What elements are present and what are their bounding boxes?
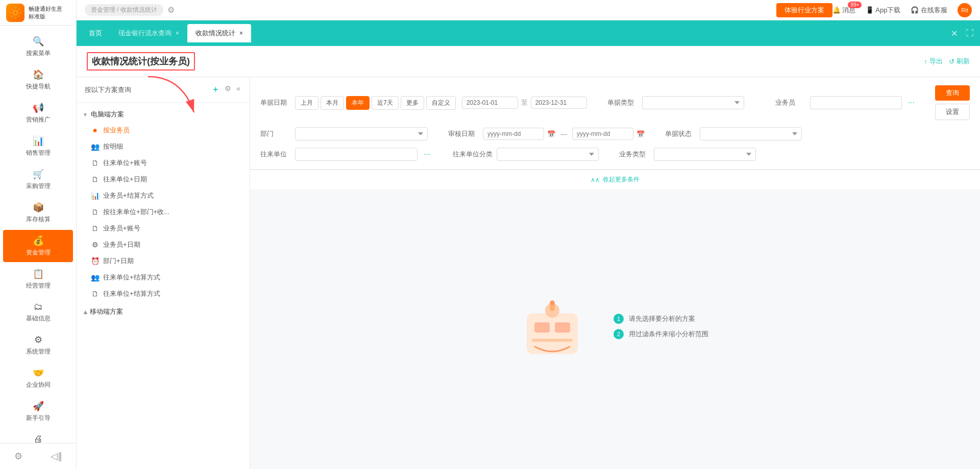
- export-icon: ↑: [924, 58, 928, 65]
- scheme-item-by-detail[interactable]: 👥 按明细: [77, 138, 250, 155]
- tab-bank[interactable]: 现金银行流水查询 ×: [110, 24, 187, 42]
- app-download-link[interactable]: 📱 App下载: [866, 6, 900, 15]
- staff-more-icon[interactable]: ···: [908, 98, 915, 107]
- svg-rect-0: [527, 313, 578, 354]
- basic-icon: 🗂: [34, 301, 43, 312]
- messages-button[interactable]: 🔔 消息 99+: [832, 6, 856, 15]
- query-button[interactable]: 查询: [935, 85, 970, 101]
- mobile-group-header[interactable]: ▶ 移动端方案: [77, 304, 250, 319]
- sidebar-item-guide[interactable]: 🚀 新手引导: [3, 395, 73, 428]
- audit-to-calendar-icon[interactable]: 📅: [636, 130, 645, 138]
- partner-category-select[interactable]: [497, 148, 599, 161]
- tab-home[interactable]: 首页: [81, 24, 110, 42]
- sidebar-item-enterprise[interactable]: 🤝 企业协同: [3, 362, 73, 394]
- empty-bot-icon: [522, 298, 583, 359]
- date-this-month[interactable]: 本月: [321, 96, 344, 110]
- capital-icon: 💰: [33, 235, 44, 246]
- sales-icon: 📊: [33, 135, 44, 147]
- guide-icon: 🚀: [33, 401, 44, 412]
- window-maximize-icon[interactable]: ⛶: [964, 27, 976, 40]
- audit-from-input[interactable]: [483, 128, 544, 140]
- filter-row-1: 单据日期 上月 本月 本年 近7天 更多 自定义 至: [260, 85, 970, 120]
- scheme-item-label: 往来单位+日期: [103, 175, 147, 184]
- partner-settlement2-icon: 🗋: [91, 290, 99, 298]
- group-arrow-icon: ▼: [83, 112, 88, 118]
- voucher-type-select[interactable]: [642, 96, 744, 109]
- sidebar-item-purchase[interactable]: 🛒 采购管理: [3, 163, 73, 196]
- desktop-group-label: 电脑端方案: [91, 110, 124, 119]
- tab-receipt-close[interactable]: ×: [239, 30, 243, 37]
- settings-button[interactable]: 设置: [935, 104, 970, 120]
- date-last-month[interactable]: 上月: [295, 96, 318, 110]
- sidebar-item-ops[interactable]: 📋 经营管理: [3, 263, 73, 295]
- collapse-up-icon: ∧∧: [591, 176, 600, 183]
- date-this-year[interactable]: 本年: [346, 96, 370, 110]
- sidebar-item-sales[interactable]: 📊 销售管理: [3, 130, 73, 162]
- page-gear-icon[interactable]: ⚙: [167, 5, 175, 15]
- tab-bank-close[interactable]: ×: [176, 30, 179, 37]
- mobile-arrow-icon: ▶: [82, 310, 88, 314]
- panel-collapse-icon[interactable]: «: [235, 83, 241, 96]
- sidebar-item-system[interactable]: ⚙ 系统管理: [3, 329, 73, 361]
- sidebar-item-marketing[interactable]: 📢 营销推广: [3, 97, 73, 129]
- window-close-icon[interactable]: ✕: [949, 27, 960, 40]
- page-content: 收款情况统计(按业务员) ↑ 导出 ↺ 刷新 按以下方案查询 ＋: [77, 46, 980, 469]
- add-scheme-button[interactable]: ＋: [210, 83, 220, 96]
- scheme-item-partner-dept[interactable]: 🗋 按往来单位+部门+收...: [77, 204, 250, 220]
- trial-button[interactable]: 体验行业方案: [776, 3, 832, 17]
- collapse-bar[interactable]: ∧∧ 收起更多条件: [250, 170, 980, 189]
- page-title: 收款情况统计(按业务员): [87, 52, 195, 71]
- voucher-status-select[interactable]: [700, 127, 802, 140]
- scheme-item-dept-date[interactable]: ⏰ 部门+日期: [77, 253, 250, 269]
- audit-to-input[interactable]: [572, 128, 633, 140]
- date-7days[interactable]: 近7天: [372, 96, 399, 110]
- scheme-item-label: 业务员+账号: [103, 224, 140, 233]
- settings-bottom-icon[interactable]: ⚙: [11, 448, 26, 465]
- system-icon: ⚙: [34, 334, 42, 345]
- scheme-item-partner-date[interactable]: 🗋 往来单位+日期: [77, 171, 250, 187]
- sidebar-item-label: 销售管理: [26, 149, 51, 157]
- scheme-settings-icon[interactable]: ⚙: [224, 83, 232, 96]
- scheme-item-by-staff[interactable]: ● 按业务员: [77, 122, 250, 138]
- sidebar-item-quicknav[interactable]: 🏠 快捷导航: [3, 64, 73, 96]
- collapse-sidebar-icon[interactable]: ◁‖: [47, 448, 65, 465]
- tab-bar-right: ✕ ⛶: [949, 27, 976, 40]
- sidebar-item-inventory[interactable]: 📦 库存核算: [3, 197, 73, 229]
- tab-receipt[interactable]: 收款情况统计 ×: [187, 24, 251, 42]
- dept-select[interactable]: [295, 127, 428, 140]
- scheme-item-staff-settlement[interactable]: 📊 业务员+结算方式: [77, 187, 250, 204]
- user-avatar[interactable]: Rit: [958, 3, 972, 17]
- partner-more-icon[interactable]: ···: [424, 150, 430, 159]
- date-to-input[interactable]: [531, 97, 587, 109]
- export-button[interactable]: ↑ 导出: [924, 57, 943, 66]
- staff-account-icon: 🗋: [91, 224, 99, 232]
- partner-date-icon: 🗋: [91, 175, 99, 183]
- hint-num-2: 2: [614, 329, 624, 339]
- staff-filter-input[interactable]: [810, 96, 902, 109]
- sidebar-item-label: 资金管理: [26, 248, 51, 257]
- audit-from-calendar-icon[interactable]: 📅: [547, 130, 555, 138]
- sidebar-item-capital[interactable]: 💰 资金管理: [3, 230, 73, 262]
- scheme-item-staff-account[interactable]: 🗋 业务员+账号: [77, 220, 250, 237]
- sidebar-item-basic[interactable]: 🗂 基础信息: [3, 296, 73, 328]
- scheme-item-partner-account[interactable]: 🗋 往来单位+账号: [77, 155, 250, 171]
- sidebar-item-hardware[interactable]: 🖨 智能硬件: [3, 429, 73, 443]
- scheme-item-label: 按业务员: [103, 126, 130, 135]
- scheme-item-partner-settlement2[interactable]: 🗋 往来单位+结算方式: [77, 286, 250, 302]
- sidebar-item-search[interactable]: 🔍 搜索菜单: [3, 31, 73, 63]
- desktop-group-header[interactable]: ▼ 电脑端方案: [77, 107, 250, 122]
- refresh-button[interactable]: ↺ 刷新: [949, 57, 970, 66]
- date-custom[interactable]: 自定义: [426, 96, 456, 110]
- scheme-item-partner-settlement[interactable]: 👥 往来单位+结算方式: [77, 269, 250, 286]
- export-label: 导出: [929, 57, 943, 66]
- partner-input[interactable]: [295, 148, 418, 161]
- sidebar-item-label: 库存核算: [26, 215, 51, 224]
- online-service-link[interactable]: 🎧 在线客服: [911, 6, 947, 15]
- staff-settlement-icon: 📊: [91, 192, 99, 200]
- voucher-type-selector: [642, 96, 744, 109]
- biz-type-select[interactable]: [654, 148, 756, 161]
- detail-icon: 👥: [91, 143, 99, 151]
- scheme-item-staff-date[interactable]: ⚙ 业务员+日期: [77, 237, 250, 253]
- date-more[interactable]: 更多: [401, 96, 424, 110]
- date-from-input[interactable]: [462, 97, 518, 109]
